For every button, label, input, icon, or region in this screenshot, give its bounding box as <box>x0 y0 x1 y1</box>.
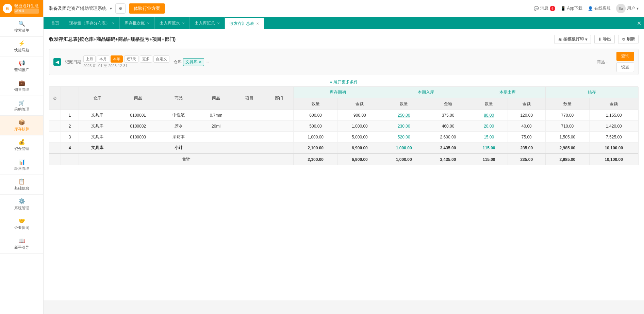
date-btn-自定义[interactable]: 自定义 <box>153 55 169 63</box>
tab-close-recv_summary[interactable]: ✕ <box>256 22 259 26</box>
td-out-qty: 20.00 <box>470 121 508 132</box>
tab-batch[interactable]: 库存批次账✕ <box>120 17 155 29</box>
sidebar-item-enterprise[interactable]: 🤝企业协同 <box>0 214 43 234</box>
tab-close-flow[interactable]: ✕ <box>182 21 185 25</box>
td-department <box>264 132 294 143</box>
td-seq: 1 <box>61 110 79 121</box>
out-qty-link[interactable]: 20.00 <box>484 124 494 129</box>
out-qty-link[interactable]: 80.00 <box>484 113 494 118</box>
td-project <box>235 121 264 132</box>
sidebar-item-system[interactable]: ⚙️系统管理 <box>0 195 43 214</box>
tab-close-summary[interactable]: ✕ <box>217 21 220 25</box>
sidebar-label-marketing: 营销推广 <box>14 67 29 72</box>
sidebar-item-quick[interactable]: ⚡快捷导航 <box>0 37 43 56</box>
trial-button[interactable]: 体验行业方案 <box>129 3 165 14</box>
sidebar-item-operations[interactable]: 📊经营管理 <box>0 155 43 175</box>
td-settings <box>49 121 61 132</box>
refresh-button[interactable]: ↻ 刷新 <box>618 35 639 44</box>
expand-filter[interactable]: ▾ 展开更多条件 <box>49 78 639 86</box>
filter-settings-button[interactable]: 设置 <box>616 62 634 72</box>
table-row: 1 文具库 0100001 中性笔 0.7mm 600.00 900.00 25… <box>49 110 638 121</box>
search-icon: 🔍 <box>18 20 25 27</box>
th-out-qty: 数量 <box>470 98 508 110</box>
th-balance: 结存 <box>545 87 638 98</box>
sidebar-item-search[interactable]: 🔍搜索菜单 <box>0 17 43 37</box>
in-qty-link[interactable]: 230.00 <box>398 124 410 129</box>
in-qty-link[interactable]: 520.00 <box>398 135 410 139</box>
filter-bar: ◀ 记账日期 上月本月本年近7天更多自定义 2023-01-01 至 2023-… <box>49 49 639 75</box>
quick-icon: ⚡ <box>18 40 25 47</box>
sidebar-item-sales[interactable]: 💼销售管理 <box>0 76 43 96</box>
query-button[interactable]: 查询 <box>616 52 634 61</box>
th-product-name: 商品 <box>160 87 197 110</box>
sidebar-item-inventory[interactable]: 📦库存核算 <box>0 116 43 135</box>
sidebar-item-finance[interactable]: 💰资金管理 <box>0 135 43 155</box>
date-filter-section: 记账日期 上月本月本年近7天更多自定义 2023-01-01 至 2023-12… <box>65 55 169 68</box>
close-all-tabs[interactable]: ✕ <box>637 20 641 27</box>
td-balance-qty: 710.00 <box>545 121 590 132</box>
app-download-button[interactable]: 📱 App下载 <box>561 5 582 11</box>
in-qty-link[interactable]: 250.00 <box>398 113 410 118</box>
sidebar-item-purchase[interactable]: 🛒采购管理 <box>0 96 43 116</box>
in-qty-link[interactable]: 1,000.00 <box>396 146 412 150</box>
sidebar-label-operations: 经营管理 <box>14 166 29 171</box>
tab-close-inventory[interactable]: ✕ <box>112 21 115 25</box>
message-button[interactable]: 💬 消息 6 <box>534 5 555 11</box>
table-row: 3 文具库 0100003 采访本 1,000.00 5,000.00 520.… <box>49 132 638 143</box>
print-button[interactable]: 🖨 按模板打印 ▾ <box>554 35 591 44</box>
td-out-amt: 120.00 <box>508 110 545 121</box>
main-content: 装备及固定资产辅助管理系统 ▾ ⚙ 体验行业方案 💬 消息 6 📱 App下载 … <box>44 0 644 314</box>
system-icon: ⚙️ <box>18 198 25 204</box>
sales-icon: 💼 <box>18 80 25 86</box>
print-icon: 🖨 <box>558 37 562 42</box>
tab-recv_summary[interactable]: 收发存汇总表✕ <box>225 18 264 29</box>
system-dropdown[interactable]: ▾ <box>110 6 112 11</box>
td-out-amt: 75.00 <box>508 132 545 143</box>
filter-toggle[interactable]: ◀ <box>53 58 61 66</box>
sidebar-label-guide: 新手引导 <box>14 245 29 250</box>
settings-icon[interactable]: ⚙ <box>115 3 126 14</box>
td-opening-amt: 900.00 <box>338 110 382 121</box>
td-in-qty: 1,000.00 <box>382 143 426 154</box>
sidebar-item-marketing[interactable]: 📢营销推广 <box>0 56 43 76</box>
td-product-spec: 0.7mm <box>197 110 235 121</box>
out-qty-link[interactable]: 15.00 <box>484 135 494 139</box>
tab-inventory[interactable]: 现存量（库存分布表）✕ <box>64 17 120 29</box>
sidebar-item-basic[interactable]: 📋基础信息 <box>0 175 43 195</box>
refresh-icon: ↻ <box>622 37 625 42</box>
date-btn-上月[interactable]: 上月 <box>83 55 96 63</box>
tab-summary[interactable]: 出入库汇总✕ <box>190 17 225 29</box>
td-balance-qty: 1,505.00 <box>545 132 590 143</box>
marketing-icon: 📢 <box>18 60 25 66</box>
tab-home[interactable]: 首页 <box>46 17 64 29</box>
enterprise-icon: 🤝 <box>18 218 25 224</box>
column-settings-icon[interactable]: ⚙ <box>53 96 57 101</box>
date-btn-本年[interactable]: 本年 <box>111 55 123 63</box>
sidebar-item-guide[interactable]: 📖新手引导 <box>0 234 43 254</box>
tab-bar: 首页现存量（库存分布表）✕库存批次账✕出入库流水✕出入库汇总✕收发存汇总表✕ ✕ <box>44 17 644 29</box>
sidebar-label-inventory: 库存核算 <box>14 127 29 132</box>
service-icon: 👤 <box>588 6 593 11</box>
message-badge: 6 <box>550 6 555 11</box>
tab-close-batch[interactable]: ✕ <box>147 21 150 25</box>
export-button[interactable]: ⬇ 导出 <box>594 35 615 44</box>
td-opening-qty: 2,100.00 <box>294 143 338 154</box>
td-project <box>235 143 264 154</box>
td-balance-qty: 770.00 <box>545 110 590 121</box>
tab-flow[interactable]: 出入库流水✕ <box>155 17 190 29</box>
online-service-button[interactable]: 👤 在线客服 <box>588 5 611 11</box>
date-btn-近7天[interactable]: 近7天 <box>124 55 138 63</box>
td-product-code <box>116 143 160 154</box>
print-dropdown-icon: ▾ <box>585 37 587 42</box>
warehouse-tag-close[interactable]: ✕ <box>199 60 202 64</box>
td-balance-amt: 1,155.00 <box>590 110 638 121</box>
warehouse-more[interactable]: ··· <box>205 60 209 64</box>
product-more[interactable]: ··· <box>606 60 610 64</box>
download-icon: 📱 <box>561 6 566 11</box>
user-button[interactable]: Ea 用户 ▾ <box>616 4 639 13</box>
out-qty-link[interactable]: 115.00 <box>483 146 495 150</box>
sidebar-label-finance: 资金管理 <box>14 146 29 151</box>
date-btn-本月[interactable]: 本月 <box>97 55 109 63</box>
tfoot-seq <box>61 153 79 165</box>
date-btn-更多[interactable]: 更多 <box>140 55 152 63</box>
